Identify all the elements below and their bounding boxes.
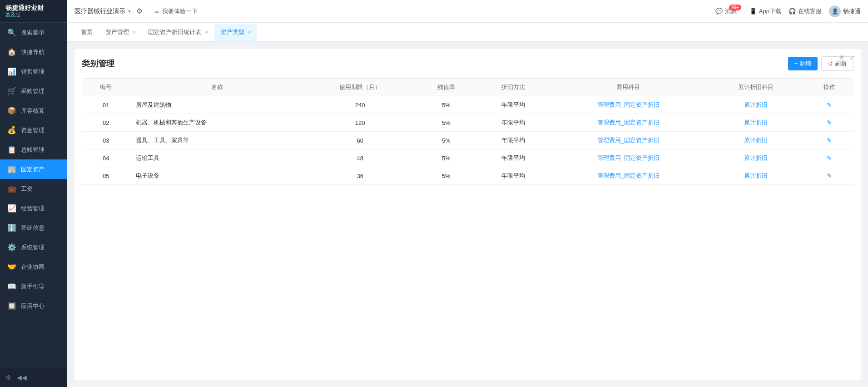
- sidebar-item-basic-info[interactable]: ℹ️基础信息: [0, 218, 67, 238]
- col-header-费用科目: 费用科目: [550, 79, 706, 96]
- sidebar-item-search[interactable]: 🔍搜索菜单: [0, 23, 67, 42]
- col-header-累计折旧科目: 累计折旧科目: [706, 79, 805, 96]
- app-name: 畅捷通好业财: [5, 4, 44, 12]
- edit-button-row4[interactable]: ✎: [827, 172, 832, 179]
- content-area: ✕ ⤢ 类别管理 + 新增 ↺ 刷新 编号名称使用期限（月）: [67, 42, 868, 387]
- operations-icon: 📈: [7, 204, 16, 213]
- system-icon: ⚙️: [7, 243, 16, 252]
- collapse-icon[interactable]: ◀◀: [17, 374, 27, 381]
- user-area[interactable]: 👤 畅捷通: [829, 5, 861, 17]
- table-row: 01房屋及建筑物2405%年限平均管理费用_固定资产折旧累计折旧✎: [82, 96, 853, 114]
- cell-row1-col5: 管理费用_固定资产折旧: [550, 114, 706, 132]
- cell-row4-col0[interactable]: 05: [82, 167, 130, 185]
- online-service-btn[interactable]: 🎧 在线客服: [789, 7, 822, 15]
- sidebar-item-operations[interactable]: 📈经营管理: [0, 198, 67, 218]
- sidebar-label-quick-nav: 快捷导航: [21, 48, 45, 56]
- tab-label-depreciation-table: 固定资产折旧统计表: [148, 28, 201, 36]
- edit-button-row3[interactable]: ✎: [827, 154, 832, 162]
- sidebar-bottom: ⚙ ◀◀: [0, 367, 67, 387]
- tab-close-depreciation-table[interactable]: ×: [205, 30, 208, 35]
- sidebar-item-guide[interactable]: 📖新手引导: [0, 277, 67, 296]
- edit-button-row1[interactable]: ✎: [827, 119, 832, 126]
- close-icon[interactable]: ✕: [837, 53, 846, 62]
- edit-button-row0[interactable]: ✎: [827, 101, 832, 109]
- col-header-使用期限（月）: 使用期限（月）: [304, 79, 416, 96]
- expand-icon[interactable]: ⤢: [848, 53, 857, 62]
- guide-icon: 📖: [7, 282, 16, 291]
- cell-row2-col0[interactable]: 03: [82, 132, 130, 149]
- cell-row1-col0[interactable]: 02: [82, 114, 130, 132]
- headset-icon: 🎧: [789, 8, 796, 15]
- fixed-assets-icon: 🏢: [7, 165, 16, 174]
- cell-row4-col2: 36: [304, 167, 416, 185]
- action-cell-2: ✎: [805, 132, 853, 149]
- page-title: 类别管理: [82, 58, 114, 69]
- tab-asset-type[interactable]: 资产类型×: [214, 24, 257, 41]
- cell-row1-col3: 5%: [416, 114, 476, 132]
- sidebar-item-quick-nav[interactable]: 🏠快捷导航: [0, 42, 67, 62]
- salary-icon: 💼: [7, 184, 16, 193]
- sidebar-item-fixed-assets[interactable]: 🏢固定资产: [0, 159, 67, 179]
- col-header-残值率: 残值率: [416, 79, 476, 96]
- sidebar-item-salary[interactable]: 💼工资: [0, 179, 67, 198]
- sidebar-item-purchase[interactable]: 🛒采购管理: [0, 81, 67, 101]
- cell-row3-col2: 48: [304, 149, 416, 167]
- cell-row3-col5: 管理费用_固定资产折旧: [550, 149, 706, 167]
- sidebar-item-inventory[interactable]: 📦库存核算: [0, 101, 67, 120]
- topbar-left: 医疗器械行业演示 ▾ ⚙ ☁ 我要体验一下: [74, 7, 715, 15]
- module-selector[interactable]: 医疗器械行业演示 ▾: [74, 7, 131, 15]
- sidebar-item-capital[interactable]: 💰资金管理: [0, 120, 67, 140]
- tab-home[interactable]: 首页: [74, 24, 99, 41]
- message-btn[interactable]: 💬 消息 99+: [715, 7, 737, 15]
- quick-nav-icon: 🏠: [7, 48, 16, 56]
- action-cell-3: ✎: [805, 149, 853, 167]
- enterprise-icon: 🤝: [7, 263, 16, 271]
- purchase-icon: 🛒: [7, 87, 16, 95]
- col-header-折旧方法: 折旧方法: [476, 79, 550, 96]
- topbar: 医疗器械行业演示 ▾ ⚙ ☁ 我要体验一下 💬 消息 99+ 📱 App下载 🎧…: [67, 0, 868, 23]
- table-row: 04运输工具485%年限平均管理费用_固定资产折旧累计折旧✎: [82, 149, 853, 167]
- tab-close-asset-manage[interactable]: ×: [133, 30, 135, 35]
- action-cell-0: ✎: [805, 96, 853, 114]
- gear-icon[interactable]: ⚙: [136, 7, 143, 15]
- sidebar-label-system: 系统管理: [21, 243, 45, 252]
- table-row: 02机器、机械和其他生产设备1205%年限平均管理费用_固定资产折旧累计折旧✎: [82, 114, 853, 132]
- table-row: 03器具、工具、家具等605%年限平均管理费用_固定资产折旧累计折旧✎: [82, 132, 853, 149]
- experience-btn[interactable]: ☁ 我要体验一下: [154, 7, 198, 15]
- cell-row0-col0[interactable]: 01: [82, 96, 130, 114]
- cell-row0-col1: 房屋及建筑物: [130, 96, 305, 114]
- cell-row2-col2: 60: [304, 132, 416, 149]
- sidebar-item-sales[interactable]: 📊销售管理: [0, 62, 67, 81]
- sidebar-item-enterprise[interactable]: 🤝企业协同: [0, 257, 67, 277]
- sidebar-label-app-center: 应用中心: [21, 302, 45, 310]
- app-download-btn[interactable]: 📱 App下载: [749, 7, 781, 15]
- cell-row4-col3: 5%: [416, 167, 476, 185]
- sidebar-item-ledger[interactable]: 📋总账管理: [0, 140, 67, 159]
- sidebar-label-basic-info: 基础信息: [21, 224, 45, 232]
- sidebar-label-salary: 工资: [21, 185, 33, 193]
- new-button[interactable]: + 新增: [788, 57, 818, 70]
- cell-row3-col0[interactable]: 04: [82, 149, 130, 167]
- sidebar-item-app-center[interactable]: 🔲应用中心: [0, 296, 67, 316]
- tab-asset-manage[interactable]: 资产管理×: [99, 24, 142, 41]
- sidebar-label-fixed-assets: 固定资产: [21, 165, 45, 174]
- cell-row4-col4: 年限平均: [476, 167, 550, 185]
- settings-icon[interactable]: ⚙: [5, 374, 11, 381]
- tabbar: 首页资产管理×固定资产折旧统计表×资产类型×: [67, 23, 868, 42]
- edit-button-row2[interactable]: ✎: [827, 137, 832, 144]
- cell-row2-col6: 累计折旧: [706, 132, 805, 149]
- sidebar-label-operations: 经营管理: [21, 204, 45, 213]
- page-container: ✕ ⤢ 类别管理 + 新增 ↺ 刷新 编号名称使用期限（月）: [74, 49, 861, 380]
- main-area: 医疗器械行业演示 ▾ ⚙ ☁ 我要体验一下 💬 消息 99+ 📱 App下载 🎧…: [67, 0, 868, 387]
- sidebar-item-system[interactable]: ⚙️系统管理: [0, 238, 67, 257]
- online-service-label: 在线客服: [798, 7, 822, 15]
- cell-row4-col1: 电子设备: [130, 167, 305, 185]
- tab-label-asset-type: 资产类型: [221, 28, 244, 36]
- tab-close-asset-type[interactable]: ×: [248, 30, 251, 35]
- cell-row0-col4: 年限平均: [476, 96, 550, 114]
- cell-row3-col1: 运输工具: [130, 149, 305, 167]
- sidebar-label-capital: 资金管理: [21, 126, 45, 134]
- search-icon: 🔍: [7, 28, 16, 37]
- inventory-icon: 📦: [7, 106, 16, 115]
- tab-depreciation-table[interactable]: 固定资产折旧统计表×: [142, 24, 214, 41]
